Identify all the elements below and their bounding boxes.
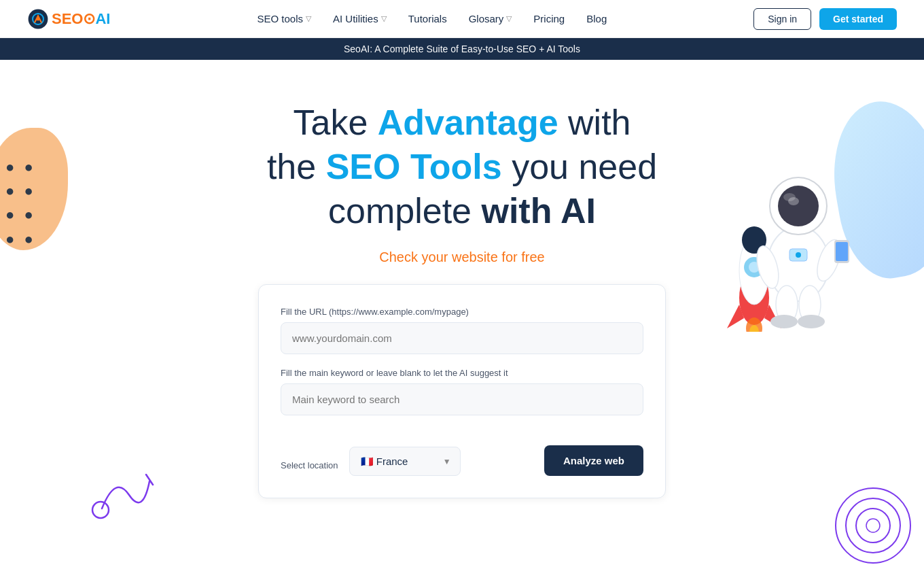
location-row: Select location 🇫🇷 France 🇺🇸 United Stat… <box>281 429 643 476</box>
logo[interactable]: SEO⊙AI <box>27 8 110 30</box>
svg-point-30 <box>856 509 890 543</box>
nav-blog[interactable]: Blog <box>586 13 607 24</box>
svg-point-22 <box>770 315 798 328</box>
nav-pricing[interactable]: Pricing <box>533 13 565 24</box>
chevron-down-icon: ▽ <box>306 14 311 23</box>
location-select-container: 🇫🇷 France 🇺🇸 United States 🇬🇧 United Kin… <box>349 447 461 476</box>
astronaut-illustration <box>686 87 883 339</box>
navbar: SEO⊙AI SEO tools ▽ AI Utilities ▽ Tutori… <box>0 0 924 38</box>
analyze-button[interactable]: Analyze web <box>544 445 643 476</box>
svg-point-28 <box>836 488 910 563</box>
keyword-label: Fill the main keyword or leave blank to … <box>281 368 643 378</box>
keyword-input[interactable] <box>281 383 643 415</box>
hero-subtitle: Check your website for free <box>379 250 544 265</box>
hero-title: Take Advantage with the SEO Tools you ne… <box>267 101 657 233</box>
url-label: Fill the URL (https://www.example.com/my… <box>281 307 643 317</box>
analysis-form-card: Fill the URL (https://www.example.com/my… <box>258 284 666 498</box>
decoration-circles-right <box>829 481 917 570</box>
nav-ai-utilities[interactable]: AI Utilities ▽ <box>333 13 387 24</box>
signin-button[interactable]: Sign in <box>753 8 811 30</box>
getstarted-button[interactable]: Get started <box>819 8 897 30</box>
location-label: Select location <box>281 460 338 470</box>
svg-point-23 <box>798 315 825 328</box>
logo-icon <box>27 8 49 30</box>
location-select-wrapper: Select location 🇫🇷 France 🇺🇸 United Stat… <box>281 447 533 476</box>
decoration-dots: ● ●● ●● ●● ● <box>5 155 36 251</box>
chevron-down-icon: ▽ <box>381 14 387 23</box>
svg-rect-19 <box>836 242 848 261</box>
svg-point-26 <box>783 193 796 201</box>
analyze-button-wrapper: Analyze web <box>544 429 643 476</box>
decoration-squiggle <box>88 461 156 522</box>
svg-point-14 <box>778 186 819 226</box>
nav-glosary[interactable]: Glosary ▽ <box>469 13 512 24</box>
svg-point-2 <box>37 17 40 20</box>
url-input[interactable] <box>281 322 643 354</box>
nav-links: SEO tools ▽ AI Utilities ▽ Tutorials Glo… <box>257 13 607 24</box>
location-select[interactable]: 🇫🇷 France 🇺🇸 United States 🇬🇧 United Kin… <box>349 447 461 476</box>
nav-actions: Sign in Get started <box>753 8 897 30</box>
svg-point-27 <box>92 502 109 518</box>
svg-point-31 <box>866 519 880 532</box>
chevron-down-icon: ▽ <box>506 14 512 23</box>
nav-tutorials[interactable]: Tutorials <box>408 13 447 24</box>
nav-seo-tools[interactable]: SEO tools ▽ <box>257 13 311 24</box>
svg-point-25 <box>796 252 801 258</box>
logo-text: SEO⊙AI <box>52 10 110 28</box>
announcement-banner: SeoAI: A Complete Suite of Easy-to-Use S… <box>0 38 924 60</box>
svg-point-29 <box>846 498 900 553</box>
hero-section: ● ●● ●● ●● ● <box>0 60 924 577</box>
